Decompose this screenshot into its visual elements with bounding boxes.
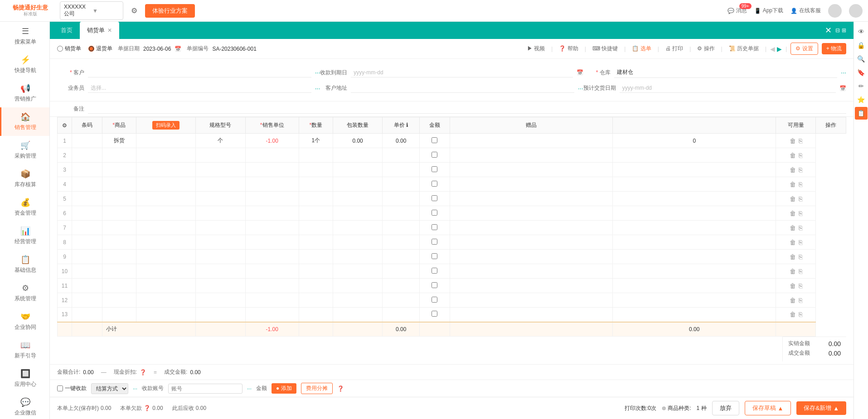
- expected-date-input[interactable]: [620, 83, 836, 93]
- salesperson-dots-icon[interactable]: ···: [315, 85, 320, 92]
- settings-gear-button[interactable]: ⚙: [127, 4, 141, 18]
- tab-close-icon[interactable]: ✕: [107, 27, 112, 34]
- customer-input[interactable]: [88, 68, 311, 77]
- copy-icon-13[interactable]: ⎘: [799, 311, 802, 318]
- copy-icon-9[interactable]: ⎘: [799, 253, 802, 260]
- sidebar-item-guide[interactable]: 📖 新手引导: [0, 336, 49, 364]
- float-lock-button[interactable]: 🔒: [855, 39, 868, 52]
- gift-checkbox-6[interactable]: [432, 210, 437, 216]
- account-dots-icon[interactable]: ···: [247, 385, 252, 392]
- sidebar-item-basics[interactable]: 📋 基础信息: [0, 250, 49, 279]
- sidebar-item-marketing[interactable]: 📢 营销推广: [0, 79, 49, 107]
- gift-checkbox-1[interactable]: [432, 137, 437, 143]
- product-2[interactable]: [102, 148, 136, 163]
- account-input[interactable]: [168, 384, 242, 394]
- copy-icon-2[interactable]: ⎘: [799, 152, 802, 159]
- layout-icon2[interactable]: ⊞: [842, 27, 846, 34]
- add-payment-button[interactable]: ● 添加: [272, 383, 296, 394]
- radio-return-order[interactable]: 退货单: [88, 45, 112, 53]
- pkg-qty-1[interactable]: 1个: [299, 134, 333, 148]
- sidebar-item-operations[interactable]: 📊 经营管理: [0, 222, 49, 250]
- help-button[interactable]: ❓ 帮助: [556, 43, 581, 54]
- delete-icon-13[interactable]: 🗑: [790, 311, 796, 318]
- gift-checkbox-11[interactable]: [432, 282, 437, 288]
- date-value[interactable]: 2023-06-06: [143, 46, 171, 52]
- delete-icon-2[interactable]: 🗑: [790, 152, 796, 159]
- operate-button[interactable]: ⚙ 操作: [694, 43, 717, 54]
- settlement-select[interactable]: 结算方式: [91, 383, 128, 394]
- sidebar-item-system[interactable]: ⚙ 系统管理: [0, 279, 49, 307]
- remark-input[interactable]: [88, 104, 846, 114]
- amount-1[interactable]: 0.00: [383, 134, 420, 148]
- save-new-button[interactable]: 保存&新增 ▲: [796, 401, 846, 415]
- sidebar-item-sales[interactable]: 🏠 销售管理: [0, 107, 49, 136]
- calendar2-icon[interactable]: 📅: [577, 69, 583, 76]
- salesperson-input[interactable]: [88, 83, 311, 93]
- close-window-icon[interactable]: ✕: [825, 25, 832, 35]
- copy-icon-8[interactable]: ⎘: [799, 239, 802, 246]
- save-draft-button[interactable]: 保存草稿 ▲: [745, 401, 791, 415]
- delete-icon-9[interactable]: 🗑: [790, 253, 796, 260]
- nav-prev-icon[interactable]: ◀: [808, 27, 813, 34]
- tab-sales-order[interactable]: 销货单 ✕: [80, 22, 119, 39]
- app-download-button[interactable]: 📱 App下载: [754, 7, 783, 14]
- th-scan[interactable]: 扫码录入: [136, 117, 195, 134]
- delete-icon-3[interactable]: 🗑: [790, 166, 796, 173]
- delete-icon-12[interactable]: 🗑: [790, 297, 796, 304]
- sidebar-item-search[interactable]: ☰ 搜索菜单: [0, 22, 49, 50]
- copy-icon-5[interactable]: ⎘: [799, 195, 802, 202]
- sidebar-item-appstore[interactable]: 🔲 应用中心: [0, 364, 49, 393]
- delete-icon-11[interactable]: 🗑: [790, 282, 796, 289]
- copy-icon-7[interactable]: ⎘: [799, 224, 802, 231]
- pkg-qty-2[interactable]: [299, 148, 333, 163]
- select-order-button[interactable]: 📋 选单: [629, 43, 654, 54]
- gift-checkbox-5[interactable]: [432, 195, 437, 201]
- sidebar-item-inventory[interactable]: 📦 库存核算: [0, 164, 49, 193]
- fee-split-button[interactable]: 费用分摊: [301, 383, 333, 394]
- warehouse-dots-icon[interactable]: ···: [841, 69, 846, 76]
- sidebar-item-purchase[interactable]: 🛒 采购管理: [0, 136, 49, 164]
- delete-icon-6[interactable]: 🗑: [790, 210, 796, 217]
- float-bookmark-button[interactable]: 🔖: [855, 66, 868, 79]
- spec-2[interactable]: [136, 148, 195, 163]
- setup-button[interactable]: ⚙ 设置: [790, 43, 818, 55]
- avatar[interactable]: [828, 4, 842, 18]
- copy-icon-4[interactable]: ⎘: [799, 181, 802, 188]
- fee-question-icon[interactable]: ❓: [337, 385, 344, 392]
- barcode-2[interactable]: [72, 148, 102, 163]
- owed-info-icon[interactable]: ❓: [144, 405, 150, 411]
- delete-icon-4[interactable]: 🗑: [790, 181, 796, 188]
- address-dots-icon[interactable]: ···: [578, 85, 583, 92]
- unit-price-2[interactable]: [333, 148, 383, 163]
- qty-1[interactable]: -1.00: [245, 134, 299, 148]
- nav-next-icon[interactable]: ▶: [815, 27, 820, 34]
- print-button[interactable]: 🖨 打印: [663, 43, 686, 54]
- spec-1[interactable]: [136, 134, 195, 148]
- float-star-button[interactable]: ⭐: [855, 93, 868, 106]
- history-button[interactable]: 📜 历史单据: [726, 43, 761, 54]
- gift-checkbox-7[interactable]: [432, 224, 437, 230]
- save-new-chevron-icon[interactable]: ▲: [833, 405, 839, 412]
- copy-icon-11[interactable]: ⎘: [799, 282, 802, 289]
- float-edit-button[interactable]: ✏: [855, 80, 868, 92]
- delete-icon-7[interactable]: 🗑: [790, 224, 796, 231]
- float-orange-button[interactable]: 📋: [855, 107, 868, 120]
- amount-2[interactable]: [383, 148, 420, 163]
- save-draft-chevron-icon[interactable]: ▲: [778, 405, 784, 412]
- gift-checkbox-4[interactable]: [432, 181, 437, 187]
- delete-icon-1[interactable]: 🗑: [790, 137, 796, 144]
- sidebar-item-wechat[interactable]: 💬 企业微信: [0, 393, 49, 419]
- gift-checkbox-9[interactable]: [432, 253, 437, 259]
- copy-icon-1[interactable]: ⎘: [799, 137, 802, 144]
- radio-sales-order-input[interactable]: [57, 46, 63, 52]
- delete-icon-5[interactable]: 🗑: [790, 195, 796, 202]
- layout-icon1[interactable]: ⊟: [835, 27, 840, 34]
- history-next-icon[interactable]: ▶: [777, 45, 782, 53]
- receive-date-input[interactable]: [351, 68, 572, 77]
- gift-checkbox-3[interactable]: [432, 166, 437, 172]
- address-input[interactable]: [351, 83, 574, 93]
- copy-icon-10[interactable]: ⎘: [799, 268, 802, 275]
- float-eye-button[interactable]: 👁: [855, 25, 868, 38]
- gift-checkbox-2[interactable]: [432, 152, 437, 158]
- float-search-button[interactable]: 🔍: [855, 53, 868, 65]
